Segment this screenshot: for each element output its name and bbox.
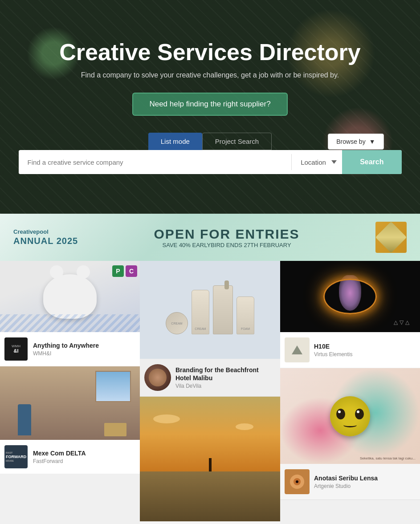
anything-item[interactable]: WMH &I Anything to Anywhere WMH&I <box>0 332 140 366</box>
browse-by-button[interactable]: Browse by ▼ <box>328 134 383 150</box>
banner-trophy-icon <box>375 222 407 253</box>
wmhi-top-text: WMH <box>12 345 20 349</box>
cartoon-subtitle-text: Seketika, satu lensa tak lagi cuku... <box>360 456 416 460</box>
h10e-thumbnail <box>285 337 310 362</box>
char-eye-left <box>336 409 345 419</box>
branding-item[interactable]: Branding for the Beachfront Hotel Malibu… <box>140 359 280 397</box>
char-mouth <box>343 423 357 427</box>
branding-thumbnail <box>144 364 171 391</box>
bottle-pump <box>213 285 233 334</box>
hero-controls: List mode Project Search Browse by ▼ <box>19 133 402 150</box>
creativepool-label: Creativepool <box>13 228 78 236</box>
hero-subtitle: Find a company to solve your creative ch… <box>18 71 402 79</box>
h10e-triangle <box>292 345 302 354</box>
anotasi-info: Anotasi Seribu Lensa Artgenie Studio <box>314 474 416 489</box>
cartoon-background: Seketika, satu lensa tak lagi cuku... <box>280 368 420 464</box>
bear-ear-right <box>77 265 90 279</box>
bottle-tall-2: FOAM <box>237 297 254 334</box>
mexe-item[interactable]: FAST FORWARD HOUSE Mexe Com DELTA FastFo… <box>0 440 140 474</box>
mexe-sub: FastForward <box>33 458 135 464</box>
anything-sub: WMH&I <box>33 350 135 357</box>
anotasi-title: Anotasi Seribu Lensa <box>314 474 416 482</box>
bottle-round: CREAM <box>166 312 188 334</box>
anotasi-item[interactable]: Anotasi Seribu Lensa Artgenie Studio <box>280 464 420 500</box>
hero-content: Creative Services Directory Find a compa… <box>0 40 420 128</box>
interior-card[interactable] <box>0 366 140 440</box>
column-right: △▽△ H10E Virtus Elementis <box>280 261 420 524</box>
branding-sub: Vila DeVila <box>175 383 276 389</box>
anotasi-sub: Artgenie Studio <box>314 483 416 489</box>
search-input[interactable] <box>19 150 292 174</box>
anotasi-icon <box>288 473 306 491</box>
fire-ring <box>323 279 377 314</box>
search-bar: Location Search <box>19 150 402 174</box>
open-for-entries-text: OPEN FOR ENTRIES <box>154 227 300 242</box>
hero-cta-button[interactable]: Need help finding the right supplier? <box>132 93 287 116</box>
diamond-shape <box>375 222 407 253</box>
mexe-info: Mexe Com DELTA FastForward <box>33 449 135 464</box>
svg-point-2 <box>296 480 298 483</box>
tag-c: C <box>126 265 137 277</box>
sunset-ship <box>209 458 212 471</box>
column-mid: CREAM CREAM FOAM Branding for the Beachf… <box>140 261 280 524</box>
column-left: P C WMH &I Anything to Anywhere WMH&I <box>0 261 140 524</box>
h10e-item[interactable]: H10E Virtus Elementis <box>280 332 420 368</box>
fastforward-thumbnail: FAST FORWARD HOUSE <box>4 445 28 468</box>
search-button[interactable]: Search <box>342 150 401 174</box>
triangle-symbol: △▽△ <box>394 319 411 325</box>
anything-info: Anything to Anywhere WMH&I <box>33 341 135 357</box>
sunset-water <box>140 471 280 521</box>
bear-body <box>43 274 97 319</box>
interior-scene <box>0 366 140 440</box>
sunset-cloud-1 <box>153 414 180 423</box>
sunset-card[interactable] <box>140 397 280 521</box>
hero-search-section: List mode Project Search Browse by ▼ Loc… <box>19 133 402 174</box>
tab-list-mode[interactable]: List mode <box>148 133 202 150</box>
banner-left: Creativepool ANNUAL 2025 <box>13 228 78 246</box>
branding-info: Branding for the Beachfront Hotel Malibu… <box>175 366 276 389</box>
branding-face <box>149 369 167 386</box>
save-text: SAVE 40% EARLYBIRD ENDS 27TH FEBRUARY <box>154 242 300 248</box>
h10e-info: H10E Virtus Elementis <box>314 342 416 357</box>
tabs-row: List mode Project Search <box>148 133 272 150</box>
bear-card[interactable]: P C <box>0 261 140 332</box>
senses-item[interactable]: SENSES Theatro360 <box>140 521 280 524</box>
hero-title: Creative Services Directory <box>18 40 402 65</box>
bottle-tall-1: CREAM <box>192 290 209 334</box>
annual-label: ANNUAL 2025 <box>13 236 78 246</box>
mexe-title: Mexe Com DELTA <box>33 449 135 457</box>
location-select[interactable]: Location <box>292 150 342 174</box>
cream-card[interactable]: CREAM CREAM FOAM <box>140 261 280 359</box>
pump-head <box>224 280 229 289</box>
tag-p: P <box>112 265 124 277</box>
eye-shine-right <box>357 410 359 413</box>
bear-ear-left <box>50 265 63 279</box>
cream-bottles-illustration: CREAM CREAM FOAM <box>157 276 263 343</box>
cartoon-character <box>330 396 370 436</box>
eye-shine-left <box>338 410 341 413</box>
wmhi-logo: &I <box>14 348 19 353</box>
sunset-cloud-2 <box>236 423 253 430</box>
char-eye-right <box>355 409 364 419</box>
interior-table <box>104 423 126 436</box>
banner-center: OPEN FOR ENTRIES SAVE 40% EARLYBIRD ENDS… <box>154 227 300 248</box>
branding-title: Branding for the Beachfront Hotel Malibu <box>175 366 276 382</box>
h10e-sub: Virtus Elementis <box>314 351 416 357</box>
annual-banner[interactable]: Creativepool ANNUAL 2025 OPEN FOR ENTRIE… <box>0 214 420 261</box>
h10e-title: H10E <box>314 342 416 350</box>
browse-by-label: Browse by <box>336 138 365 145</box>
main-grid: P C WMH &I Anything to Anywhere WMH&I <box>0 261 420 524</box>
fire-card[interactable]: △▽△ <box>280 261 420 332</box>
chevron-down-icon: ▼ <box>369 138 375 145</box>
anotasi-thumbnail <box>285 469 310 494</box>
wmhi-thumbnail: WMH &I <box>4 337 28 361</box>
cartoon-card[interactable]: Seketika, satu lensa tak lagi cuku... <box>280 368 420 464</box>
hero-section: Creative Services Directory Find a compa… <box>0 0 420 214</box>
stripes-overlay <box>0 314 140 332</box>
interior-window <box>95 371 131 402</box>
tab-project-search[interactable]: Project Search <box>202 133 272 150</box>
anything-title: Anything to Anywhere <box>33 341 135 349</box>
interior-person <box>18 404 31 435</box>
